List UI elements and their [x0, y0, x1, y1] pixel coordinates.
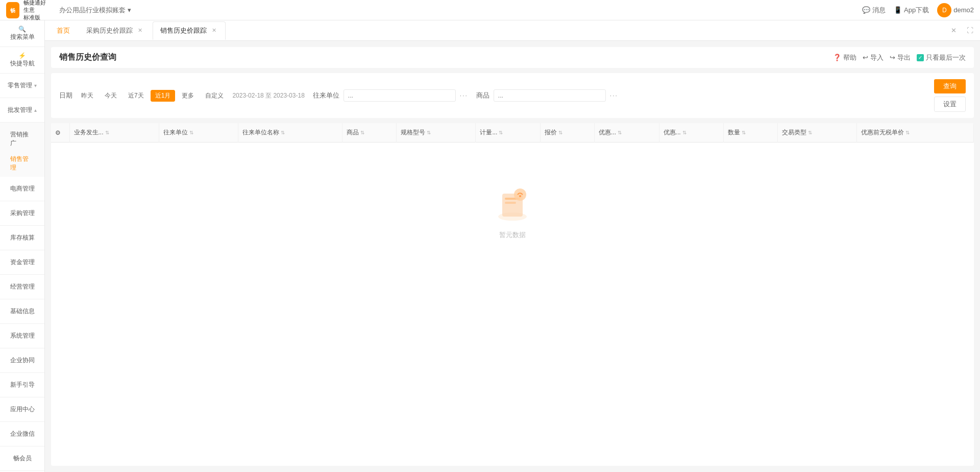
fullscreen-action[interactable]: ⛶	[964, 25, 976, 37]
message-icon: 💬	[862, 6, 870, 14]
user-menu[interactable]: D demo2	[937, 3, 974, 17]
sidebar-item-appcenter[interactable]: 应用中心	[0, 397, 44, 422]
data-table: ⚙ 业务发生... ⇅ 往来单位	[51, 123, 974, 143]
sidebar-item-operations[interactable]: 经营管理	[0, 275, 44, 299]
import-button[interactable]: ↩ 导入	[863, 53, 884, 62]
column-tax-price[interactable]: 优惠前无税单价 ⇅	[857, 123, 974, 143]
tab-close-purchase-history[interactable]: ✕	[136, 27, 144, 35]
sidebar-item-member[interactable]: 畅会员	[0, 446, 44, 471]
only-last-checkbox[interactable]: ✓	[917, 54, 924, 61]
sidebar-item-basic[interactable]: 基础信息	[0, 299, 44, 324]
page-title: 销售历史价查询	[59, 52, 116, 63]
sidebar-item-newbie[interactable]: 新手引导	[0, 373, 44, 397]
date-options: 昨天 今天 近7天 近1月 更多 自定义	[77, 90, 228, 102]
date-filter-group: 日期 昨天 今天 近7天 近1月 更多 自定义 2023-02-18 至 202…	[59, 90, 305, 102]
sidebar-item-marketing[interactable]: 营销推广	[4, 127, 40, 151]
chevron-down-icon: ▾	[34, 83, 37, 88]
app-download-button[interactable]: 📱 App下载	[894, 6, 929, 15]
gear-icon: ⚙	[55, 129, 61, 136]
date-btn-last7[interactable]: 近7天	[124, 90, 149, 102]
tab-home[interactable]: 首页	[49, 21, 78, 40]
shortcut-icon: ⚡	[18, 52, 26, 59]
sidebar-item-purchase[interactable]: 采购管理	[0, 201, 44, 226]
partner-input[interactable]	[344, 89, 456, 102]
date-btn-yesterday[interactable]: 昨天	[77, 90, 98, 102]
sidebar-item-wholesale[interactable]: 批发管理 ▴	[0, 98, 44, 123]
tab-bar-actions: ✕ ⛶	[947, 25, 976, 37]
goods-filter-group: 商品 ···	[476, 89, 618, 102]
column-discount2[interactable]: 优惠... ⇅	[659, 123, 724, 143]
import-icon: ↩	[863, 54, 868, 61]
sidebar-item-search[interactable]: 🔍 搜索菜单	[0, 20, 44, 47]
help-button[interactable]: ❓ 帮助	[833, 53, 856, 62]
table-header-row: ⚙ 业务发生... ⇅ 往来单位	[51, 123, 974, 143]
partner-filter-label: 往来单位	[313, 91, 339, 100]
svg-point-7	[519, 195, 521, 197]
column-quantity[interactable]: 数量 ⇅	[724, 123, 778, 143]
setting-button[interactable]: 设置	[934, 97, 966, 112]
column-goods[interactable]: 商品 ⇅	[342, 123, 397, 143]
sidebar-item-shortcut[interactable]: ⚡ 快捷导航	[0, 47, 44, 74]
message-button[interactable]: 💬 消息	[862, 6, 886, 15]
goods-more-btn[interactable]: ···	[610, 92, 618, 99]
sort-icon: ⇅	[618, 130, 622, 135]
only-last-checkbox-group[interactable]: ✓ 只看最后一次	[917, 53, 966, 62]
sort-icon: ⇅	[427, 130, 431, 135]
filter-bar: 日期 昨天 今天 近7天 近1月 更多 自定义 2023-02-18 至 202…	[51, 73, 974, 118]
search-setting-group: 查询 设置	[934, 79, 966, 112]
sort-icon: ⇅	[742, 130, 746, 135]
sidebar-item-retail[interactable]: 零售管理 ▾	[0, 74, 44, 98]
column-discount1[interactable]: 优惠... ⇅	[595, 123, 659, 143]
search-icon: 🔍	[18, 26, 26, 33]
tab-purchase-history[interactable]: 采购历史价跟踪 ✕	[79, 21, 152, 40]
empty-state: 暂元数据	[51, 143, 974, 280]
column-gear[interactable]: ⚙	[51, 123, 69, 143]
sidebar-item-inventory[interactable]: 库存核算	[0, 226, 44, 250]
sort-icon: ⇅	[558, 130, 562, 135]
close-tab-action[interactable]: ✕	[947, 25, 960, 37]
column-unit[interactable]: 计量... ⇅	[476, 123, 541, 143]
logo-text: 畅捷通好生意 标准版	[23, 0, 51, 21]
column-trade-type[interactable]: 交易类型 ⇅	[778, 123, 857, 143]
sidebar-item-system[interactable]: 系统管理	[0, 324, 44, 348]
tab-close-sales-history[interactable]: ✕	[210, 27, 218, 35]
svg-point-6	[514, 188, 526, 201]
tab-sales-history[interactable]: 销售历史价跟踪 ✕	[153, 21, 226, 40]
chevron-up-icon: ▴	[34, 107, 37, 113]
logo-icon: 畅	[6, 2, 19, 18]
account-dropdown[interactable]: 办公用品行业模拟账套 ▾	[59, 6, 131, 15]
sidebar-item-sales[interactable]: 销售管理	[4, 151, 40, 176]
content-area: 首页 采购历史价跟踪 ✕ 销售历史价跟踪 ✕ ✕ ⛶ 销售历史价查询	[45, 20, 980, 472]
partner-more-btn[interactable]: ···	[460, 92, 468, 99]
sort-icon: ⇅	[682, 130, 687, 135]
header-center: 办公用品行业模拟账套 ▾	[51, 6, 862, 15]
sidebar-item-finance[interactable]: 资金管理	[0, 250, 44, 275]
main-layout: 🔍 搜索菜单 ⚡ 快捷导航 零售管理 ▾ 批发管理 ▴ 营销推广 销售管理 电商…	[0, 20, 980, 472]
sidebar-item-ecommerce[interactable]: 电商管理	[0, 177, 44, 201]
data-table-container: ⚙ 业务发生... ⇅ 往来单位	[51, 123, 974, 466]
sidebar-item-enterprise[interactable]: 企业协同	[0, 348, 44, 373]
svg-text:畅: 畅	[10, 8, 15, 13]
search-button[interactable]: 查询	[934, 79, 966, 93]
date-btn-1month[interactable]: 近1月	[151, 90, 176, 102]
date-filter-label: 日期	[59, 91, 72, 100]
date-btn-today[interactable]: 今天	[100, 90, 121, 102]
date-btn-more[interactable]: 更多	[177, 90, 199, 102]
sort-icon: ⇅	[105, 130, 109, 135]
export-button[interactable]: ↪ 导出	[890, 53, 911, 62]
svg-rect-5	[505, 202, 516, 204]
column-spec[interactable]: 规格型号 ⇅	[397, 123, 476, 143]
sidebar: 🔍 搜索菜单 ⚡ 快捷导航 零售管理 ▾ 批发管理 ▴ 营销推广 销售管理 电商…	[0, 20, 45, 472]
column-partner-code[interactable]: 往来单位 ⇅	[159, 123, 238, 143]
sort-icon: ⇅	[360, 130, 364, 135]
phone-icon: 📱	[894, 6, 902, 14]
date-btn-custom[interactable]: 自定义	[201, 90, 228, 102]
sidebar-item-wechat[interactable]: 企业微信	[0, 422, 44, 446]
column-price[interactable]: 报价 ⇅	[540, 123, 594, 143]
empty-illustration	[492, 183, 533, 224]
goods-input[interactable]	[494, 89, 606, 102]
column-partner-name[interactable]: 往来单位名称 ⇅	[238, 123, 342, 143]
header-right: 💬 消息 📱 App下载 D demo2	[862, 3, 974, 17]
page-header: 销售历史价查询 ❓ 帮助 ↩ 导入 ↪ 导出 ✓	[51, 47, 974, 68]
column-biz-date[interactable]: 业务发生... ⇅	[69, 123, 159, 143]
